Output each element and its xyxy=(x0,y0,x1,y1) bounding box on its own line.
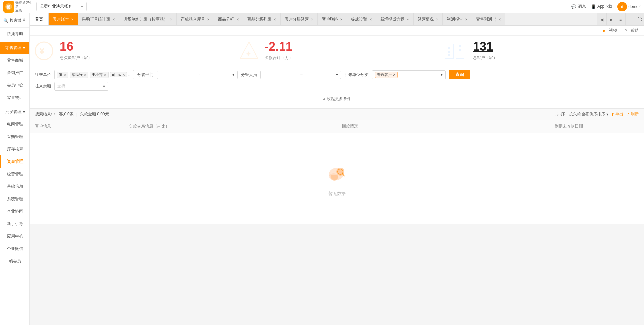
sidebar-item-app-center[interactable]: 应用中心 xyxy=(0,230,29,243)
video-link[interactable]: 视频 xyxy=(609,28,617,33)
trade-unit-tags[interactable]: 伍 ✕ 陈民强 ✕ 王小亮 ✕ xyxy=(54,70,134,79)
tag-close-unit-type[interactable]: ✕ xyxy=(393,73,396,77)
close-icon[interactable]: ✕ xyxy=(465,17,468,21)
sidebar-item-enterprise-wechat[interactable]: 企业微信 xyxy=(0,243,29,255)
tab-goods-analysis[interactable]: 商品分析 ✕ xyxy=(214,13,243,25)
more-tags-button[interactable]: ... xyxy=(128,72,132,77)
tab-maximize-button[interactable]: ⛶ xyxy=(635,13,644,26)
remain-label: 往来余额 xyxy=(35,83,51,89)
stat-debt-amount: ✦ -2.11 欠款合计（万） xyxy=(234,36,439,66)
collapse-button[interactable]: ∧ 收起更多条件 xyxy=(319,95,354,103)
query-button[interactable]: 查询 xyxy=(449,70,470,79)
close-icon[interactable]: ✕ xyxy=(170,17,172,21)
sidebar-item-purchase[interactable]: 采购管理 xyxy=(0,131,29,143)
tab-label: 商品分析 xyxy=(218,16,234,22)
quick-nav-label: 快捷导航 xyxy=(7,31,23,37)
close-icon[interactable]: ✕ xyxy=(340,17,343,21)
tab-goods-analysis-list[interactable]: 商品分析列表 ✕ xyxy=(243,13,281,25)
tab-raise-settings[interactable]: 提成设置 ✕ xyxy=(347,13,376,25)
staff-select[interactable]: ··· ▾ xyxy=(260,71,341,79)
unit-type-select[interactable]: 普通客户 ✕ ▾ xyxy=(372,70,446,79)
tab-label: 提成设置 xyxy=(351,16,367,22)
tag-close-chen[interactable]: ✕ xyxy=(84,73,86,77)
search-menu-button[interactable]: 🔍 搜索菜单 xyxy=(3,16,27,25)
sidebar-divider-2 xyxy=(0,105,29,105)
close-icon[interactable]: ✕ xyxy=(311,17,313,21)
tab-label: 首页 xyxy=(35,16,43,22)
tab-new-raise-plan[interactable]: 新增提成方案 ✕ xyxy=(376,13,414,25)
remain-select[interactable]: 选择... ▾ xyxy=(54,82,108,91)
sidebar-item-basic-info[interactable]: 基础信息 xyxy=(0,180,29,193)
stat-debtors-value: 16 xyxy=(60,41,92,53)
filter-row-1: 往来单位 伍 ✕ 陈民强 ✕ 王小亮 xyxy=(35,70,639,79)
tab-minimize-button[interactable]: — xyxy=(625,13,635,26)
tab-goods-in-stats[interactable]: 进货单统计表（按商品） ✕ xyxy=(119,13,177,25)
tab-profit-report[interactable]: 利润报告 ✕ xyxy=(443,13,472,25)
sidebar-item-enterprise[interactable]: 企业协同 xyxy=(0,205,29,218)
close-icon[interactable]: ✕ xyxy=(112,17,115,21)
sidebar-item-marketing[interactable]: 营销推广 xyxy=(0,67,29,79)
tab-more-button[interactable]: ≡ xyxy=(616,13,625,26)
system-select[interactable]: 母婴行业演示帐套 ▾ xyxy=(36,2,87,11)
svg-rect-12 xyxy=(459,49,461,51)
export-button[interactable]: ⬆ 导出 xyxy=(611,111,624,117)
close-icon[interactable]: ✕ xyxy=(498,17,501,21)
filter-area: 往来单位 伍 ✕ 陈民强 ✕ 王小亮 xyxy=(30,66,644,109)
help-icon: ? xyxy=(625,28,627,33)
tab-purchase-order-stats[interactable]: 采购订单统计表 ✕ xyxy=(78,13,119,25)
dept-select[interactable]: ··· ▾ xyxy=(157,71,238,79)
tab-next-button[interactable]: ▶ xyxy=(606,13,616,26)
tab-label: 客户联络 xyxy=(322,16,338,22)
tab-retail-profit[interactable]: 零售利润（ ✕ xyxy=(472,13,505,25)
sidebar-item-batch-mgmt[interactable]: 批发管理 ▾ xyxy=(0,106,29,118)
sidebar-item-retail-stats[interactable]: 零售统计 xyxy=(0,92,29,104)
tab-production-in[interactable]: 产成品入库单 ✕ xyxy=(177,13,214,25)
sidebar-item-system[interactable]: 系统管理 xyxy=(0,193,29,205)
tab-home[interactable]: 首页 xyxy=(30,13,49,25)
close-icon[interactable]: ✕ xyxy=(207,17,210,21)
staff-value xyxy=(263,72,267,78)
tag-close-wang[interactable]: ✕ xyxy=(104,73,106,77)
content-area: 首页 客户账本 ✕ 采购订单统计表 ✕ 进货单统计表（按商品） ✕ 产成品入库单… xyxy=(30,13,644,325)
tab-customer-ledger[interactable]: 客户账本 ✕ xyxy=(49,13,78,25)
tag-close-wu[interactable]: ✕ xyxy=(63,73,66,77)
chevron-down-icon: ▾ xyxy=(232,72,234,77)
close-icon[interactable]: ✕ xyxy=(273,17,276,21)
sidebar-item-quick-nav[interactable]: 快捷导航 xyxy=(0,28,29,40)
tab-customer-contact[interactable]: 客户联络 ✕ xyxy=(318,13,347,25)
sidebar-item-retail-mgmt[interactable]: 零售管理 ▾ xyxy=(0,42,29,54)
svg-text:¥: ¥ xyxy=(39,46,45,56)
close-icon[interactable]: ✕ xyxy=(236,17,239,21)
sidebar-item-member-center[interactable]: 会员中心 xyxy=(0,79,29,92)
user-menu[interactable]: d demo2 xyxy=(617,2,641,11)
sidebar-item-capital[interactable]: 资金管理 xyxy=(0,155,29,168)
sort-select[interactable]: ↕ 排序：按欠款金额倒序排序 ▾ xyxy=(554,111,608,117)
chevron-down-icon: ▾ xyxy=(81,4,83,9)
sort-label: 排序：按欠款金额倒序排序 xyxy=(557,111,605,117)
message-button[interactable]: 💬 消息 xyxy=(571,4,586,9)
refresh-button[interactable]: ↺ 刷新 xyxy=(626,111,639,117)
tag-close-cjttcw[interactable]: ✕ xyxy=(122,73,125,77)
sidebar-item-operation[interactable]: 经营管理 xyxy=(0,168,29,180)
close-icon[interactable]: ✕ xyxy=(406,17,409,21)
app-download-button[interactable]: 📱 App下载 xyxy=(591,4,612,9)
tab-label: 零售利润（ xyxy=(476,16,496,22)
dept-value xyxy=(160,72,164,78)
stat-debtors-label: 总欠款客户（家） xyxy=(60,55,92,61)
sidebar-item-newbie[interactable]: 新手引导 xyxy=(0,218,29,230)
tab-operation-status[interactable]: 经营情况 ✕ xyxy=(414,13,443,25)
debt-amount-text: 欠款金额 0.00元 xyxy=(80,111,109,117)
sidebar-item-retail-mall[interactable]: 零售商城 xyxy=(0,54,29,67)
close-icon[interactable]: ✕ xyxy=(436,17,438,21)
tab-prev-button[interactable]: ◀ xyxy=(597,13,606,26)
tab-customer-segment[interactable]: 客户分层经营 ✕ xyxy=(281,13,318,25)
sidebar-item-inventory[interactable]: 库存核算 xyxy=(0,143,29,155)
close-icon[interactable]: ✕ xyxy=(369,17,372,21)
sidebar-item-vip-member[interactable]: 畅会员 xyxy=(0,255,29,267)
svg-text:畅: 畅 xyxy=(6,5,10,9)
sidebar-item-ecommerce[interactable]: 电商管理 xyxy=(0,118,29,131)
help-link[interactable]: 帮助 xyxy=(631,28,639,33)
close-icon[interactable]: ✕ xyxy=(71,17,74,21)
sidebar-item-label: 批发管理 xyxy=(5,109,22,115)
more-icon: ··· xyxy=(300,72,303,77)
